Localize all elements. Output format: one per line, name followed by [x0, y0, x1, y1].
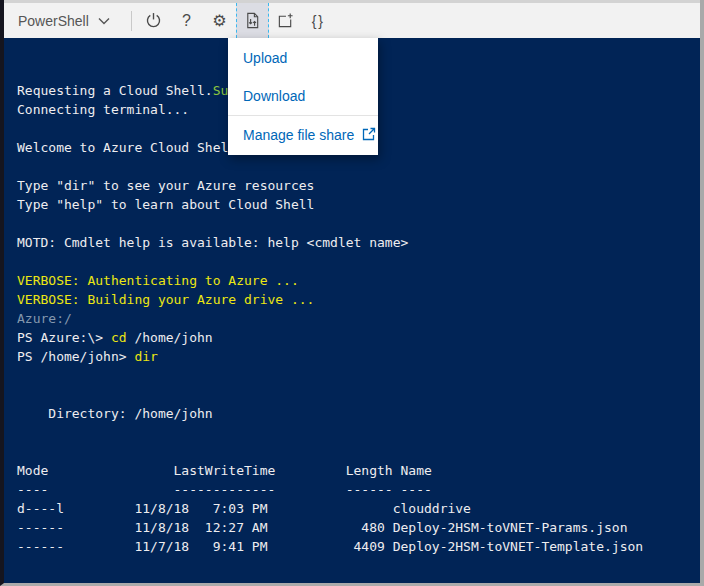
- menu-item-label: Download: [243, 88, 305, 104]
- terminal-line: [17, 556, 700, 575]
- terminal-line: Type "dir" to see your Azure resources: [17, 176, 700, 195]
- menu-item-upload[interactable]: Upload: [228, 39, 378, 77]
- terminal-line: Directory: /home/john: [17, 404, 700, 423]
- terminal-line: Mode LastWriteTime Length Name: [17, 461, 700, 480]
- gear-icon: ⚙: [212, 13, 226, 29]
- terminal-line: [17, 214, 700, 233]
- external-link-icon: [362, 127, 376, 144]
- power-icon: [145, 12, 162, 29]
- cloud-shell-toolbar: PowerShell ? ⚙: [4, 3, 700, 38]
- file-menu: Upload Download Manage file share: [228, 38, 378, 155]
- terminal-line: PS Azure:\> cd /home/john: [17, 328, 700, 347]
- shell-selector-label: PowerShell: [18, 13, 89, 29]
- terminal-line: Type "help" to learn about Cloud Shell: [17, 195, 700, 214]
- restart-button[interactable]: [137, 3, 170, 38]
- cloud-shell-window: PowerShell ? ⚙: [0, 0, 704, 586]
- menu-item-label: Manage file share: [243, 127, 354, 143]
- new-session-icon: [277, 12, 294, 29]
- shell-selector-dropdown[interactable]: PowerShell: [14, 13, 114, 29]
- chevron-down-icon: [98, 17, 110, 25]
- terminal-line: d----l 11/8/18 7:03 PM clouddrive: [17, 499, 700, 518]
- menu-item-manage-file-share[interactable]: Manage file share: [228, 116, 378, 154]
- menu-item-download[interactable]: Download: [228, 77, 378, 115]
- terminal-line: [17, 385, 700, 404]
- upload-download-file-icon: [244, 12, 261, 29]
- terminal-line: VERBOSE: Authenticating to Azure ...: [17, 271, 700, 290]
- terminal-line: [17, 252, 700, 271]
- terminal-line: Azure:/: [17, 309, 700, 328]
- editor-button[interactable]: {}: [302, 3, 335, 38]
- help-button[interactable]: ?: [170, 3, 203, 38]
- terminal-line: MOTD: Cmdlet help is available: help <cm…: [17, 233, 700, 252]
- terminal-line: [17, 442, 700, 461]
- braces-icon: {}: [312, 14, 325, 28]
- terminal-line: [17, 157, 700, 176]
- terminal-line: [17, 423, 700, 442]
- terminal-line: [17, 575, 700, 583]
- terminal-line: [17, 366, 700, 385]
- terminal-line: ------ 11/7/18 9:41 PM 4409 Deploy-2HSM-…: [17, 537, 700, 556]
- terminal-line: PS /home/john> dir: [17, 347, 700, 366]
- terminal-output: Requesting a Cloud Shell.Succeeded.Conne…: [17, 81, 700, 583]
- help-icon: ?: [182, 13, 191, 29]
- terminal-line: ------ 11/8/18 12:27 AM 480 Deploy-2HSM-…: [17, 518, 700, 537]
- upload-download-button[interactable]: [236, 3, 269, 38]
- settings-button[interactable]: ⚙: [203, 3, 236, 38]
- new-session-button[interactable]: [269, 3, 302, 38]
- terminal-line: ---- ------------- ------ ----: [17, 480, 700, 499]
- toolbar-divider: [131, 11, 132, 31]
- menu-item-label: Upload: [243, 50, 287, 66]
- terminal-line: VERBOSE: Building your Azure drive ...: [17, 290, 700, 309]
